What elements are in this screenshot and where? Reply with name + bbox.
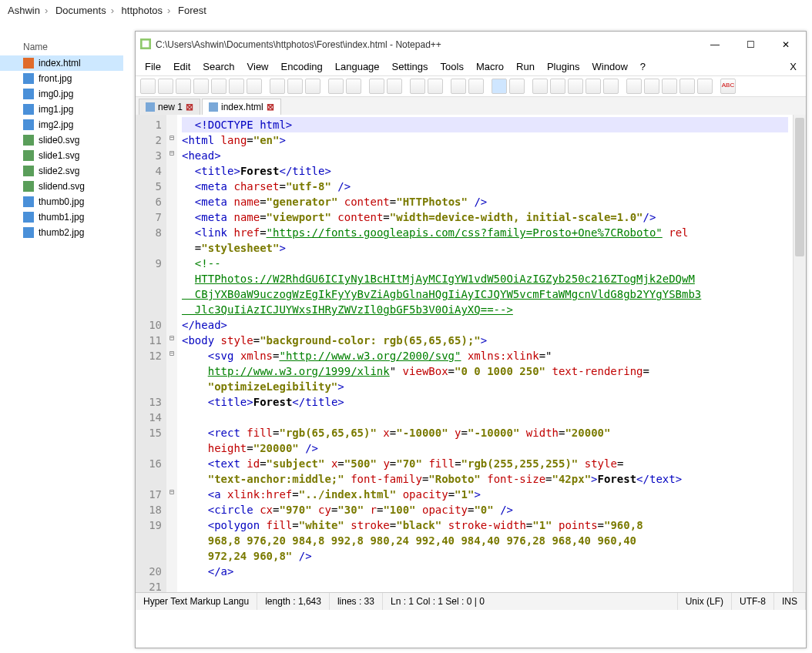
chevron-right-icon: › <box>111 5 114 16</box>
chevron-right-icon: › <box>45 5 48 16</box>
breadcrumb[interactable]: Ashwin› Documents› httphotos› Forest <box>0 0 812 21</box>
breadcrumb-item[interactable]: httphotos <box>122 5 163 16</box>
breadcrumb-item[interactable]: Documents <box>55 5 106 16</box>
chevron-right-icon: › <box>167 5 170 16</box>
breadcrumb-item[interactable]: Forest <box>178 5 206 16</box>
breadcrumb-item[interactable]: Ashwin <box>8 5 40 16</box>
